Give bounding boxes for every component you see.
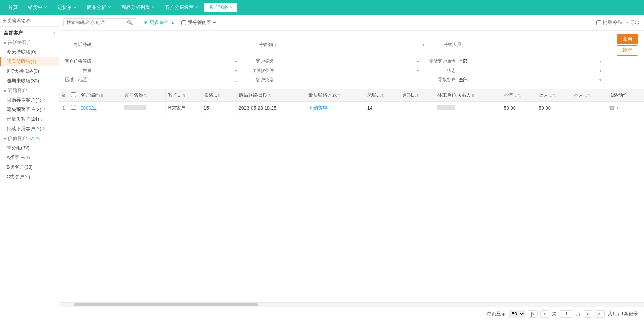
payment-wrap [275,67,421,74]
adv-filter-row3: 性质 收付款条件 [65,67,638,74]
content-area: 🔍 ▼ 更多条件 ▲ 我分管的客户 批量操作 ↑ 导出 [59,15,644,321]
row-checkbox-cell [69,102,78,114]
sidebar-item-class-a[interactable]: A类客户(1) [0,153,59,162]
triangle-icon: ▾ [4,88,6,93]
close-icon[interactable]: ✕ [151,5,155,10]
help-icon[interactable]: ? [40,117,42,121]
table-row: 1 000021 B类客户 [59,102,644,114]
cust-type-input[interactable] [275,76,421,83]
search-icon[interactable]: 🔍 [127,20,133,25]
sidebar-item-churn-warning[interactable]: 流失预警客户(3) ? [0,105,59,114]
search-input[interactable] [67,20,126,25]
region-input[interactable] [93,76,234,83]
retail-wrap: 全部 [457,76,603,83]
nature-select[interactable] [93,67,238,74]
cust-level-select[interactable] [275,58,421,65]
sort-icon: ⇅ [382,93,385,97]
th-checkbox [69,89,78,102]
sidebar-item-class-b[interactable]: B类客户(33) [0,162,59,172]
sort-icon: ⇅ [268,93,271,97]
close-icon[interactable]: ✕ [44,5,47,10]
retail-attr-select[interactable]: 全部 [457,58,603,65]
nav-sales[interactable]: 销货单 ✕ [24,3,52,12]
row-unit-contact [435,102,501,114]
row-last-month: 50.00 [536,102,571,114]
nav-customer-contact[interactable]: 客户联络 ✕ [204,3,237,12]
sidebar-item-overdue[interactable]: 逾期未联络(30) [0,76,59,86]
last-page-btn[interactable]: >| [595,310,605,318]
sidebar: 🔍 全部客户 « ▾ 待联络客户 今天待联络(0) 明天待联络(1) 近7天待联… [0,15,59,321]
page-size-select[interactable]: 50 [509,310,525,318]
sidebar-item-today[interactable]: 今天待联络(0) [0,47,59,57]
sidebar-item-ungroup[interactable]: 未分组(32) [0,143,59,153]
help-icon[interactable]: ? [42,107,45,112]
th-last-contact-method: 最后联络方式 ⇅ [306,89,365,102]
filter-bar-right: 批量操作 ↑ 导出 [596,19,640,26]
page-input[interactable] [560,310,573,318]
th-actions: 联络动作 [606,89,644,102]
reset-button[interactable]: 设置 [617,45,638,56]
phone-input[interactable] [93,41,241,48]
adv-filter-cust-level: 客户等级 [247,58,421,65]
export-btn[interactable]: ↑ 导出 [626,19,640,26]
export-icon: ↑ [626,20,629,25]
close-icon[interactable]: ✕ [195,5,199,10]
price-level-select[interactable] [93,58,238,65]
dept-select[interactable] [278,41,426,48]
query-button[interactable]: 查询 [617,34,638,44]
more-conditions-btn[interactable]: ▼ 更多条件 ▲ [140,18,178,27]
triangle-icon: ▾ [4,40,6,45]
retail-select[interactable]: 全部 [457,76,603,83]
close-icon[interactable]: ✕ [108,5,111,10]
payment-select[interactable] [275,67,421,74]
refresh-icon[interactable]: ↺ [30,136,34,141]
ellipsis-btn[interactable]: ... [235,78,238,82]
sidebar-search-input[interactable] [3,18,58,23]
batch-op-checkbox[interactable] [596,20,601,25]
sidebar-item-class-c[interactable]: C类客户(6) [0,172,59,182]
th-this-year: 本年... ⇅ [501,89,536,102]
person-input[interactable] [463,41,606,48]
action-more-icon[interactable]: ⠿ [616,105,620,111]
adv-filter-retail-attr: 零散客户属性 全部 [429,58,603,65]
status-select[interactable] [457,67,603,74]
collapse-icon[interactable]: « [52,30,55,35]
my-customers-checkbox[interactable] [181,20,186,25]
nav-home[interactable]: 首页 [4,3,22,12]
edit-icon[interactable]: ✎ [36,136,40,141]
sidebar-group-problem: ▾ 问题客户 [0,86,59,95]
sidebar-item-churned[interactable]: 已流失客户(24) ? [0,114,59,124]
adv-filter-payment: 收付款条件 [247,67,421,74]
th-gear[interactable]: ⚙ [59,89,69,102]
batch-op-btn[interactable]: 批量操作 [596,19,622,26]
ellipsis-btn[interactable]: ... [608,42,611,47]
prev-page-btn[interactable]: < [540,310,549,318]
search-wrap: 🔍 [63,18,137,27]
select-all-checkbox[interactable] [71,92,76,97]
action-call-icon[interactable]: ☎ [609,105,615,111]
table-scrollbar[interactable] [59,302,644,307]
nav-customer-segment[interactable]: 客户分层经营 ✕ [161,3,203,12]
help-icon[interactable]: ? [42,98,45,102]
sidebar-item-repurchase-abnormal[interactable]: 回购异常客户(2) ? [0,95,59,105]
sidebar-item-declining[interactable]: 持续下滑客户(2) ? [0,124,59,134]
sidebar-item-7days[interactable]: 近7天待联络(0) [0,66,59,76]
sidebar-item-tomorrow[interactable]: 明天待联络(1) [0,57,59,66]
help-icon[interactable]: ? [42,127,45,131]
nav-product-analysis[interactable]: 商品分析 ✕ [83,3,115,12]
row-customer-type: B类客户 [166,102,201,114]
th-no-contact: 未联... ⇅ [365,89,400,102]
first-page-btn[interactable]: |< [528,310,538,318]
next-page-btn[interactable]: > [584,310,592,318]
th-unit-contact: 往来单位联系人 ⇅ [435,89,501,102]
th-overdue: 逾期... ⇅ [400,89,435,102]
close-icon[interactable]: ✕ [73,5,77,10]
row-last-contact-date: 2023-05-23 18:25: [236,102,306,114]
row-checkbox[interactable] [71,105,76,110]
adv-filter-status: 状态 [429,67,603,74]
nav-product-analysis-list[interactable]: 商品分析列表 ✕ [117,3,159,12]
price-level-wrap [93,58,238,65]
close-icon[interactable]: ✕ [230,5,233,10]
nav-purchase[interactable]: 进货单 ✕ [53,3,81,12]
my-customers-checkbox-wrap[interactable]: 我分管的客户 [181,19,216,26]
